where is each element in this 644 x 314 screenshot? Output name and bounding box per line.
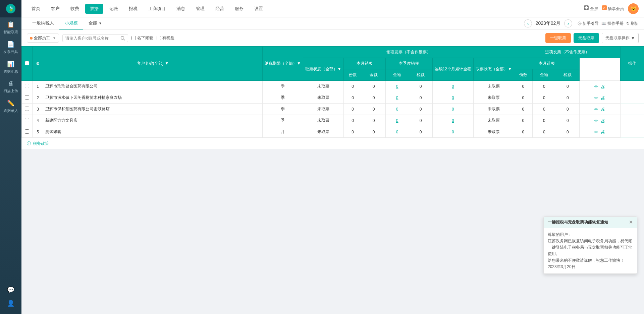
my-account-checkbox-label[interactable]: 名下账套: [131, 35, 153, 41]
tab-all[interactable]: 全能 ▼: [83, 17, 107, 29]
refresh-btn[interactable]: ↻ 刷新: [626, 21, 639, 26]
nav-invoice[interactable]: 票据: [85, 4, 103, 14]
nav-business[interactable]: 工商项目: [144, 4, 170, 14]
row-sale-12month[interactable]: 0: [432, 92, 473, 104]
top-nav: 首页 客户 收费 票据 记账 报税 工商项目 消息 管理 经营 服务 设置 全屏…: [21, 0, 644, 17]
row-name: 新建区方方文具店: [43, 115, 263, 126]
new-guide-btn[interactable]: ★ 新手引导: [578, 21, 599, 26]
edit-icon[interactable]: ✏: [594, 129, 598, 135]
operation-manual-btn[interactable]: 📖 操作手册: [601, 21, 624, 26]
nav-service[interactable]: 服务: [230, 4, 248, 14]
fetch-icon[interactable]: 🖨: [600, 95, 605, 101]
th-purchase-month: 本月进项: [514, 58, 579, 69]
chevron-down-icon: ▼: [99, 21, 102, 25]
nav-customer[interactable]: 客户: [46, 4, 64, 14]
table-row: 5 测试账套 月 未取票 0 0 0 0 0 未取票 0 0 0 ✏ 🖨: [22, 126, 644, 138]
svg-text:★: ★: [579, 22, 581, 25]
toolbar-right: 一键取票 无盘取票 无盘取票操作 ▼: [545, 33, 639, 43]
nav-message[interactable]: 消息: [172, 4, 190, 14]
edit-icon[interactable]: ✏: [594, 107, 598, 112]
row-sale-month-amount: 0: [362, 115, 385, 126]
th-sale-quarter: 本季度销项: [385, 58, 432, 69]
th-checkbox: [22, 47, 33, 81]
th-sale-month-amount: 金额: [362, 69, 385, 81]
row-purchase-month-amount: 0: [532, 104, 556, 115]
next-month-btn[interactable]: ›: [564, 19, 572, 27]
row-sale-month-amount: 0: [362, 104, 385, 115]
one-click-fetch-btn[interactable]: 一键取票: [545, 33, 571, 43]
my-account-checkbox[interactable]: [131, 36, 136, 40]
row-sale-12month[interactable]: 0: [432, 115, 473, 126]
nav-tax[interactable]: 报税: [124, 4, 142, 14]
row-checkbox[interactable]: [22, 126, 33, 138]
sidebar-user-icon[interactable]: 👤: [5, 298, 16, 309]
notification-popup: 一键报税与无盘取票功能恢复通知 ✕ 尊敬的用户：江苏政务网已恢复访问电子税务局功…: [543, 216, 637, 274]
row-sale-month-count: 0: [343, 126, 362, 138]
row-sale-month-count: 0: [343, 115, 362, 126]
nav-home[interactable]: 首页: [27, 4, 45, 14]
fetch-icon[interactable]: 🖨: [600, 118, 605, 123]
row-sale-quarter-amount[interactable]: 0: [385, 104, 409, 115]
sidebar-item-smart-fetch[interactable]: 📋 智能取票: [0, 17, 21, 37]
row-sale-month-count: 0: [343, 92, 362, 104]
row-checkbox[interactable]: [22, 104, 33, 115]
tab-general[interactable]: 一般纳税人: [27, 17, 59, 29]
sidebar-item-data-entry[interactable]: ✏️ 票据录入: [0, 96, 21, 116]
row-sale-12month[interactable]: 0: [432, 104, 473, 115]
fetch-icon[interactable]: 🖨: [600, 129, 605, 135]
row-sale-12month[interactable]: 0: [432, 126, 473, 138]
notification-close-btn[interactable]: ✕: [629, 219, 633, 225]
tax-disk-checkbox-label[interactable]: 有税盘: [157, 35, 174, 41]
nav-settings[interactable]: 设置: [250, 4, 268, 14]
sidebar-item-scan-upload[interactable]: 🖨 扫描上传: [0, 77, 21, 96]
table-row: 4 新建区方方文具店 季 未取票 0 0 0 0 0 未取票 0 0 0 ✏ 🖨: [22, 115, 644, 126]
row-num: 2: [33, 92, 43, 104]
row-sale-quarter-amount[interactable]: 0: [385, 126, 409, 138]
nav-collection[interactable]: 收费: [66, 4, 84, 14]
employee-select[interactable]: 全部员工 ▼: [27, 34, 59, 43]
tab-small[interactable]: 小规模: [59, 17, 83, 29]
row-purchase-month-amount: 0: [532, 126, 556, 138]
row-purchase-fetch-status: 未取票: [474, 126, 514, 138]
settings-icon[interactable]: ⚙: [36, 61, 40, 66]
tax-policy-link[interactable]: 税务政策: [33, 141, 49, 146]
th-tax-period: 纳税期限（全部）▼: [262, 47, 303, 81]
fetch-icon[interactable]: 🖨: [600, 107, 605, 112]
row-sale-quarter-amount[interactable]: 0: [385, 81, 409, 92]
sidebar-item-label: 票据汇总: [3, 69, 18, 74]
row-sale-quarter-amount[interactable]: 0: [385, 115, 409, 126]
nav-management[interactable]: 管理: [191, 4, 209, 14]
dropdown-icon: ▼: [53, 36, 56, 40]
sidebar-item-issue-invoice[interactable]: 📄 发票开具: [0, 37, 21, 57]
sidebar-item-invoice-summary[interactable]: 📊 票据汇总: [0, 57, 21, 77]
row-sale-12month[interactable]: 0: [432, 81, 473, 92]
fetch-icon[interactable]: 🖨: [600, 84, 605, 89]
search-input[interactable]: [65, 36, 119, 41]
edit-icon[interactable]: ✏: [594, 118, 598, 123]
nav-operation[interactable]: 经营: [211, 4, 229, 14]
sidebar-chat-icon[interactable]: 💬: [5, 285, 16, 295]
toolbar: 全部员工 ▼ 名下账套 有税盘 一键取票 无盘取票: [21, 30, 644, 46]
nav-accounting[interactable]: 记账: [105, 4, 123, 14]
row-checkbox[interactable]: [22, 92, 33, 104]
fullscreen-btn[interactable]: 全屏: [584, 5, 598, 12]
row-sale-quarter-amount[interactable]: 0: [385, 92, 409, 104]
no-disk-fetch-btn[interactable]: 无盘取票: [574, 33, 599, 43]
toolbar-left: 全部员工 ▼ 名下账套 有税盘: [27, 34, 541, 43]
row-checkbox[interactable]: [22, 81, 33, 92]
user-avatar[interactable]: 🐱: [628, 3, 639, 14]
prev-month-btn[interactable]: ‹: [524, 19, 532, 27]
notification-header: 一键报税与无盘取票功能恢复通知 ✕: [544, 217, 637, 228]
row-purchase-month-amount: 0: [532, 115, 556, 126]
row-tax-period: 月: [262, 126, 303, 138]
row-checkbox[interactable]: [22, 115, 33, 126]
edit-icon[interactable]: ✏: [594, 95, 598, 101]
select-all-checkbox[interactable]: [25, 61, 29, 65]
vip-btn[interactable]: V 畅享会员: [602, 5, 624, 12]
sidebar-item-label: 智能取票: [3, 29, 18, 35]
tax-disk-checkbox[interactable]: [157, 36, 161, 40]
edit-icon[interactable]: ✏: [594, 84, 598, 89]
no-disk-ops-btn[interactable]: 无盘取票操作 ▼: [602, 33, 639, 43]
th-sale-12month: 连续12个月累计金额: [432, 58, 473, 81]
row-actions: ✏ 🖨: [579, 104, 620, 115]
